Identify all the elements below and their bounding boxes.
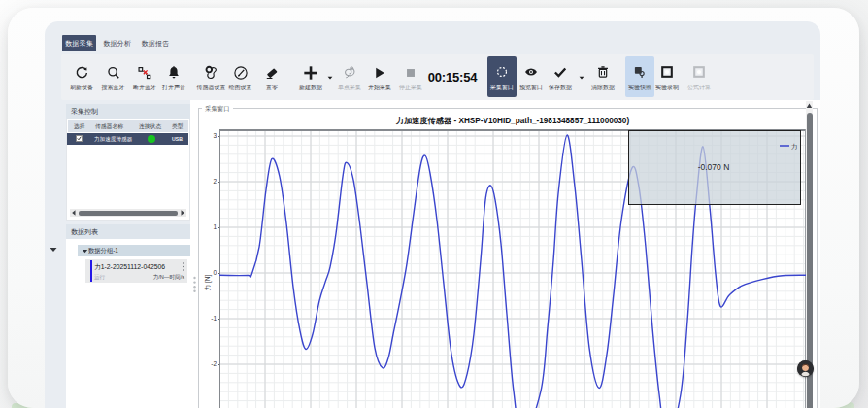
tab-report[interactable]: 数据报告	[138, 35, 172, 51]
toolbar-label-save-data: 保存数据	[549, 84, 572, 92]
sensor-icon	[203, 64, 220, 82]
lasso-icon	[341, 64, 358, 82]
toolbar-label-refresh-devices: 刷新设备	[70, 84, 93, 92]
ytick-label: 2	[203, 178, 217, 186]
tab-bar: 数据采集数据分析数据报告	[62, 35, 173, 51]
right-triangle-icon	[179, 209, 186, 217]
data-group-label: 数据分组-1	[88, 245, 118, 256]
toolbar-button-new-data[interactable]: 新建数据	[294, 54, 327, 100]
up-triangle-icon	[806, 102, 813, 110]
stop-icon	[402, 64, 419, 82]
start-collect-icon-box	[371, 64, 388, 82]
toolbar-button-refresh-devices[interactable]: 刷新设备	[65, 54, 98, 100]
toolbar-button-clear-data[interactable]: 清除数据	[588, 56, 618, 97]
sensor-table-header: 选择传感器名称连接状态类型	[68, 120, 188, 132]
toolbar-button-plot-settings[interactable]: 绘图设置	[224, 54, 257, 100]
toolbar-button-start-collect[interactable]: 开始采集	[363, 54, 396, 100]
search-icon	[105, 64, 122, 82]
toolbar-label-start-collect: 开始采集	[368, 84, 391, 92]
new-data-icon-box	[302, 64, 319, 82]
toolbar-label-zero: 置零	[266, 84, 278, 92]
toolbar-button-collect-window[interactable]: 采集窗口	[487, 56, 517, 97]
toolbar-button-search-bluetooth[interactable]: 搜索蓝牙	[97, 54, 130, 100]
toolbar-label-exp-record: 实验录制	[655, 84, 679, 92]
assistant-avatar-button[interactable]	[797, 360, 814, 377]
sensor-row[interactable]: 力加速度传感器USB	[67, 133, 188, 145]
toolbar-label-new-data: 新建数据	[299, 84, 322, 92]
refresh-devices-icon-box	[73, 64, 90, 82]
toolbar-button-preview-window[interactable]: 预览窗口	[517, 56, 546, 97]
data-list-item[interactable]: 力1-2-20251112-042506运行力/N—时间/s	[85, 259, 187, 283]
search-bluetooth-icon-box	[105, 64, 122, 82]
toolbar-label-clear-data: 清除数据	[591, 84, 615, 92]
sensor-type: USB	[172, 133, 183, 145]
data-panel-title: 数据列表	[66, 224, 190, 239]
toolbar-label-sensor-settings: 传感器设置	[197, 84, 226, 92]
data-group-header[interactable]: 数据分组-1	[78, 245, 190, 256]
item-menu-icon[interactable]	[182, 261, 185, 271]
collect-window-icon-box	[494, 64, 510, 80]
main-toolbar: 刷新设备搜索蓝牙断开蓝牙打开声音传感器设置绘图设置置零新建数据单点采集开始采集停…	[61, 54, 814, 100]
legend-label: 力	[791, 143, 798, 150]
formula-icon	[691, 64, 707, 80]
scroll-right-arrow-icon[interactable]	[179, 209, 186, 217]
toolbar-label-single-point: 单点采集	[338, 84, 361, 92]
avatar-face-icon	[797, 360, 814, 377]
data-panel-body: 数据分组-1力1-2-20251112-042506运行力/N—时间/s	[66, 239, 190, 408]
item-accent-bar	[90, 260, 93, 282]
play-icon	[371, 64, 388, 82]
toolbar-button-sensor-settings[interactable]: 传感器设置	[195, 54, 228, 100]
panel-collapse-arrow[interactable]	[50, 247, 57, 253]
item-title: 力1-2-20251112-042506	[94, 262, 165, 272]
sensor-checkbox[interactable]	[76, 135, 83, 142]
tab-analyze[interactable]: 数据分析	[100, 35, 134, 51]
toolbar-button-save-data[interactable]: 保存数据	[546, 56, 575, 97]
brush-circle-icon	[232, 64, 250, 82]
collect-hscrollbar[interactable]	[70, 209, 186, 217]
eraser-icon	[263, 64, 281, 82]
chart-title: 力加速度传感器 - XHSP-V10HID_path_-1981348857_1…	[219, 116, 806, 126]
ytick-label: -2	[203, 360, 217, 368]
ytick-label: 3	[203, 132, 217, 140]
scroll-up-arrow-icon[interactable]	[806, 102, 813, 110]
collect-hscroll-thumb[interactable]	[79, 211, 178, 216]
toolbar-label-preview-window: 预览窗口	[519, 84, 543, 92]
sound-on-icon-box	[165, 64, 183, 82]
toolbar-button-single-point[interactable]: 单点采集	[333, 54, 366, 100]
toolbar-button-sound-on[interactable]: 打开声音	[157, 54, 190, 100]
eye-icon	[523, 64, 539, 80]
formula-calc-icon-box	[691, 64, 707, 80]
desktop: 数据采集数据分析数据报告 刷新设备搜索蓝牙断开蓝牙打开声音传感器设置绘图设置置零…	[0, 0, 868, 408]
plus-icon	[302, 64, 319, 82]
tab-collect[interactable]: 数据采集	[62, 35, 96, 51]
sensor-settings-icon-box	[203, 64, 220, 82]
bell-icon	[165, 64, 183, 82]
y-axis-label: 力 [N]	[204, 268, 212, 297]
check-icon	[552, 64, 568, 80]
clear-data-icon-box	[595, 64, 611, 80]
scroll-left-arrow-icon[interactable]	[70, 209, 78, 217]
outer-window: 数据采集数据分析数据报告 刷新设备搜索蓝牙断开蓝牙打开声音传感器设置绘图设置置零…	[8, 8, 859, 408]
toolbar-button-zero[interactable]: 置零	[255, 54, 288, 100]
disconnect-bluetooth-icon-box	[136, 64, 153, 82]
toolbar-label-exp-snapshot: 实验快照	[628, 84, 651, 92]
zero-icon-box	[263, 64, 281, 82]
toolbar-label-sound-on: 打开声音	[162, 84, 185, 92]
toolbar-button-exp-record[interactable]: 实验录制	[652, 56, 682, 97]
vertical-ellipsis-icon	[182, 261, 185, 271]
chart-legend: 力	[780, 135, 805, 144]
item-status: 运行	[94, 274, 105, 282]
plot-area[interactable]: -0.070 N力	[219, 129, 806, 408]
toolbar-label-formula-calc: 公式计算	[687, 84, 711, 92]
chart-area: 采集窗口力加速度传感器 - XHSP-V10HID_path_-19813488…	[190, 100, 820, 408]
column-header-0: 选择	[74, 120, 85, 132]
refresh-icon	[73, 64, 90, 82]
snapshot-icon	[632, 64, 648, 80]
panel-splitter-handle[interactable]	[193, 276, 196, 293]
toolbar-button-exp-snapshot[interactable]: 实验快照	[625, 56, 654, 97]
caret-down-icon[interactable]	[578, 74, 585, 82]
chevron-down-icon	[82, 248, 88, 255]
record-icon	[659, 64, 675, 80]
toolbar-button-disconnect-bluetooth[interactable]: 断开蓝牙	[128, 54, 161, 100]
toolbar-button-formula-calc[interactable]: 公式计算	[684, 56, 714, 97]
